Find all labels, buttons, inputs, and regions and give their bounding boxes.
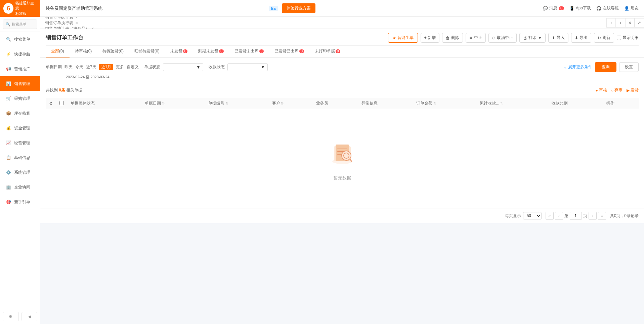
sub-tab-not_printed[interactable]: 未打印单据0 <box>309 46 346 57</box>
query-button[interactable]: 查询 <box>595 62 616 72</box>
sidebar-item-search[interactable]: 🔍搜索菜单 <box>0 32 40 47</box>
col-date[interactable]: 单据日期 <box>141 98 205 109</box>
payment-filter: 收款状态 ▼ <box>209 63 268 71</box>
first-page-button[interactable]: « <box>546 212 554 220</box>
table-scroll-container[interactable]: ⚙ 单据整体状态 单据日期 单据编号 客户 业务员 异常信息 订单金额 累计收款… <box>46 98 639 208</box>
sidebar-label-purchase: 采购管理 <box>14 96 30 102</box>
settings-button[interactable]: ⚙ <box>3 312 19 321</box>
newuser-icon: 🎯 <box>5 199 11 205</box>
tab-label-sales_stats: 销售订单统计表 <box>45 17 73 20</box>
tab-sales_exec[interactable]: 销售订单执行表✕ <box>40 20 103 26</box>
import-button[interactable]: ⬆ 导入 <box>548 33 568 43</box>
experience-btn[interactable]: 体验行业方案 <box>282 3 315 13</box>
tab-sales_stats[interactable]: 销售订单统计表✕ <box>40 17 103 20</box>
review-icon: ● <box>596 88 598 93</box>
sidebar-item-operation[interactable]: 📈经营管理 <box>0 135 40 150</box>
delete-button[interactable]: 🗑 删除 <box>442 33 463 43</box>
show-detail-checkbox[interactable] <box>617 36 621 40</box>
gear-icon: ⚙ <box>9 314 12 319</box>
app-download-button[interactable]: 📱 App下载 <box>569 5 591 11</box>
sub-tab-pending_review[interactable]: 待审核(0) <box>70 46 97 57</box>
basic-icon: 📋 <box>5 155 11 161</box>
export-button[interactable]: ⬇ 导出 <box>571 33 591 43</box>
date-opt-更多[interactable]: 更多 <box>116 64 124 70</box>
sidebar-item-marketing[interactable]: 📢营销推广 <box>0 62 40 76</box>
export-icon: ⬇ <box>575 36 578 40</box>
data-table: ⚙ 单据整体状态 单据日期 单据编号 客户 业务员 异常信息 订单金额 累计收款… <box>46 98 639 109</box>
refresh-button[interactable]: ↻ 刷新 <box>594 33 614 43</box>
online-service-button[interactable]: 🎧 在线客服 <box>596 5 619 11</box>
sidebar-nav: 🔍搜索菜单⚡快捷导航📢营销推广📊销售管理🛒采购管理📦库存核算💰资金管理📈经营管理… <box>0 32 40 209</box>
expand-conditions-button[interactable]: ⌄ 展开更多条件 <box>563 64 592 70</box>
delete-icon: 🗑 <box>446 36 450 40</box>
prev-page-button[interactable]: ‹ <box>555 212 563 220</box>
operation-icon: 📈 <box>5 140 11 146</box>
sidebar-item-newuser[interactable]: 🎯新手引导 <box>0 195 40 209</box>
pagination-total: 共0页，0条记录 <box>610 213 639 219</box>
message-button[interactable]: 💬 消息 6 <box>543 5 564 11</box>
tab-close-sales_summary_product[interactable]: ✕ <box>91 27 94 29</box>
search-menu-button[interactable]: 🔍 搜索菜单 <box>3 19 37 29</box>
col-customer[interactable]: 客户 <box>269 98 313 109</box>
sidebar-item-system[interactable]: ⚙️系统管理 <box>0 165 40 180</box>
status-select[interactable]: ▼ <box>163 63 203 71</box>
sidebar-item-inventory[interactable]: 📦库存核算 <box>0 106 40 121</box>
date-opt-近1月[interactable]: 近1月 <box>99 64 114 70</box>
tab-close-sales_exec[interactable]: ✕ <box>75 21 78 25</box>
sub-tab-label-expired_not_shipped: 到期未发货 <box>198 49 218 53</box>
tab-scroll-right-button[interactable]: › <box>616 18 625 28</box>
payment-select[interactable]: ▼ <box>227 63 268 71</box>
date-opt-自定义[interactable]: 自定义 <box>127 64 139 70</box>
new-button[interactable]: + 新增 <box>421 33 439 43</box>
per-page-select[interactable]: 10 20 50 100 <box>523 212 542 219</box>
tab-scroll-left-button[interactable]: ‹ <box>606 18 616 28</box>
settings-filter-button[interactable]: 设置 <box>619 62 639 72</box>
show-detail-label[interactable]: 显示明细 <box>617 35 639 41</box>
logo-text: 畅捷通好生意 标准版 <box>15 1 37 16</box>
col-amount[interactable]: 订单金额 <box>413 98 476 109</box>
print-icon: 🖨 <box>523 36 527 40</box>
tab-close-all-button[interactable]: ✕ <box>625 18 635 28</box>
sub-tab-shipped_out[interactable]: 已发货已出库0 <box>269 46 309 57</box>
sidebar-item-finance[interactable]: 💰资金管理 <box>0 121 40 135</box>
select-all-checkbox[interactable] <box>59 101 64 105</box>
last-page-button[interactable]: » <box>598 212 606 220</box>
cancel-review-action-button[interactable]: ○ 弃审 <box>611 87 622 93</box>
search-icon: 🔍 <box>6 22 10 27</box>
sub-tab-shipped_not_out[interactable]: 已发货未出库0 <box>229 46 269 57</box>
print-button[interactable]: 🖨 打印 ▼ <box>519 33 546 43</box>
stop-button[interactable]: ⊗ 中止 <box>466 33 486 43</box>
collapse-sidebar-button[interactable]: ◀ <box>22 312 38 321</box>
cancel-stop-button[interactable]: ⊙ 取消中止 <box>488 33 517 43</box>
sub-tab-all[interactable]: 全部(0) <box>46 46 70 57</box>
tab-sales_summary_product[interactable]: 销货单统计表（按商品）✕ <box>40 26 103 29</box>
marketing-icon: 📢 <box>5 66 11 72</box>
col-settings[interactable]: ⚙ <box>46 98 56 109</box>
user-menu-button[interactable]: 👤 用友 <box>624 5 639 11</box>
col-received[interactable]: 累计收款... <box>476 98 548 109</box>
next-page-button[interactable]: › <box>589 212 597 220</box>
sidebar-item-purchase[interactable]: 🛒采购管理 <box>0 91 40 106</box>
date-opt-近7天[interactable]: 近7天 <box>86 64 96 70</box>
tab-bar: 首页销售订单工作台✕钱货日清工作台✕钱货日清对账✕销售订单统计表✕销售订单执行表… <box>40 17 644 29</box>
sidebar-item-basic[interactable]: 📋基础信息 <box>0 150 40 165</box>
status-label: 单据状态 <box>144 64 160 70</box>
col-number[interactable]: 单据编号 <box>205 98 268 109</box>
tab-close-sales_stats[interactable]: ✕ <box>75 17 78 19</box>
sub-tab-pending_inspect[interactable]: 待拣验货(0) <box>97 46 129 57</box>
smart-create-button[interactable]: ★ 智能生单 <box>388 33 418 43</box>
review-action-button[interactable]: ● 审核 <box>596 87 607 93</box>
sidebar-item-sales[interactable]: 📊销售管理 <box>0 76 40 91</box>
col-staff: 业务员 <box>313 98 358 109</box>
date-opt-昨天[interactable]: 昨天 <box>65 64 73 70</box>
date-opt-今天[interactable]: 今天 <box>75 64 83 70</box>
sub-tab-expired_not_shipped[interactable]: 到期未发货0 <box>193 46 229 57</box>
sidebar-item-quicknav[interactable]: ⚡快捷导航 <box>0 47 40 62</box>
page-input[interactable] <box>570 212 582 220</box>
tab-fullscreen-button[interactable]: ⤢ <box>635 18 644 28</box>
badge-not_shipped: 0 <box>183 49 188 53</box>
sub-tab-not_shipped[interactable]: 未发货0 <box>165 46 193 57</box>
sidebar-item-enterprise[interactable]: 🏢企业协同 <box>0 180 40 195</box>
ship-action-button[interactable]: ▶ 发货 <box>627 87 639 93</box>
sub-tab-wangpu_pending[interactable]: 旺铺待发货(0) <box>129 46 165 57</box>
